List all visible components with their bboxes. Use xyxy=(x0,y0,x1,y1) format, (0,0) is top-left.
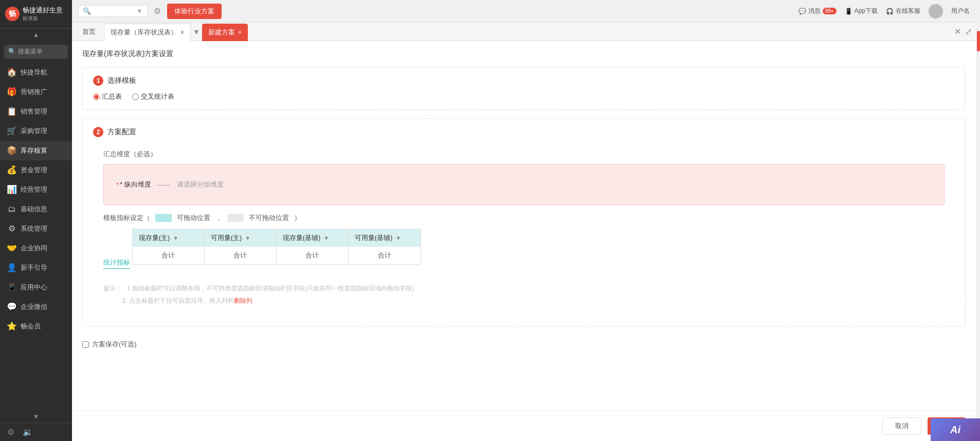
speaker-icon[interactable]: 🔉 xyxy=(23,427,33,437)
topbar-search-input[interactable] xyxy=(93,8,134,15)
sidebar-item-company[interactable]: 🤝 企业协同 xyxy=(0,238,72,258)
sidebar-item-guide[interactable]: 👤 新手引导 xyxy=(0,258,72,278)
radio-cross[interactable]: 交叉统计表 xyxy=(132,92,174,101)
sidebar-item-finance[interactable]: 💰 资金管理 xyxy=(0,160,72,180)
tab-close-icon[interactable]: × xyxy=(180,29,184,36)
handshake-icon: 🤝 xyxy=(7,244,16,253)
sidebar: 畅 畅捷通好生意 标准版 ▲ 🔍 搜索菜单 🏠 快捷导航 🎁 营销推广 📋 销售… xyxy=(0,0,72,441)
col-header-2: 现存量(基辅) ▼ xyxy=(277,229,349,247)
user-avatar[interactable] xyxy=(929,4,943,19)
right-scrollbar[interactable] xyxy=(976,0,980,441)
ai-badge[interactable]: Ai xyxy=(931,418,980,441)
step1-badge: 1 xyxy=(93,76,103,86)
sidebar-item-inventory[interactable]: 📦 库存核算 xyxy=(0,141,72,160)
expand-window-icon[interactable]: ⤢ xyxy=(965,27,972,36)
sales-icon: 📋 xyxy=(7,107,16,116)
online-service-btn[interactable]: 🎧 在线客服 xyxy=(886,7,920,15)
col-dropdown-3[interactable]: ▼ xyxy=(395,235,401,241)
dimension-area: * * 纵向维度 —— 请选择分组维度 xyxy=(103,164,945,205)
nav-label: 应用中心 xyxy=(21,283,47,292)
radio-summary[interactable]: 汇总表 xyxy=(93,92,122,101)
message-btn[interactable]: 💬 消息 99+ xyxy=(798,7,837,15)
tab-expand-icon[interactable]: ▼ xyxy=(193,28,200,36)
tab-inventory[interactable]: 现存量（库存状况表） × xyxy=(104,24,191,41)
message-icon: 💬 xyxy=(798,8,806,15)
stats-table: 现存量(主) ▼ 可用量(主) ▼ 现存量(基辅) ▼ xyxy=(132,229,421,265)
col-label-1: 可用量(主) xyxy=(211,233,242,243)
sidebar-item-wechat[interactable]: 💬 企业微信 xyxy=(0,297,72,317)
stats-section: 统计指标 现存量(主) ▼ 可用量(主) ▼ xyxy=(103,229,945,272)
indicator-end: ） xyxy=(294,213,301,223)
step1-title: 选择模板 xyxy=(107,76,136,85)
nav-label: 快捷导航 xyxy=(21,68,47,77)
scroll-up-btn[interactable]: ▲ xyxy=(0,29,72,41)
save-option: 方案保存(可选) xyxy=(82,335,966,354)
app-download-btn[interactable]: 📱 App下载 xyxy=(845,7,878,15)
search-icon: 🔍 xyxy=(8,48,16,55)
window-controls: ✕ ⤢ xyxy=(954,27,972,36)
sidebar-item-member[interactable]: ⭐ 畅会员 xyxy=(0,317,72,336)
page-title: 现存量(库存状况表)方案设置 xyxy=(82,49,966,59)
dimension-dash: —— xyxy=(157,181,171,189)
col-dropdown-1[interactable]: ▼ xyxy=(245,235,250,241)
col-dropdown-0[interactable]: ▼ xyxy=(173,235,178,241)
sidebar-item-basic[interactable]: 🗂 基础信息 xyxy=(0,199,72,219)
close-window-icon[interactable]: ✕ xyxy=(954,27,961,36)
sidebar-item-shortcut[interactable]: 🏠 快捷导航 xyxy=(0,63,72,82)
sidebar-search[interactable]: 🔍 搜索菜单 xyxy=(4,45,68,59)
tab-home[interactable]: 首页 xyxy=(76,23,102,41)
gift-icon: 🎁 xyxy=(7,87,16,97)
sidebar-item-marketing[interactable]: 🎁 营销推广 xyxy=(0,82,72,102)
settings-icon[interactable]: ⚙ xyxy=(7,427,14,437)
dimension-field-label: * 纵向维度 xyxy=(120,180,151,189)
topbar-search-box[interactable]: 🔍 ▼ xyxy=(78,5,148,17)
cancel-button[interactable]: 取消 xyxy=(882,417,921,435)
scrollbar-thumb xyxy=(977,31,980,51)
sidebar-logo: 畅 畅捷通好生意 标准版 xyxy=(0,0,72,29)
topbar-right: 💬 消息 99+ 📱 App下载 🎧 在线客服 用户名 xyxy=(798,4,970,19)
stats-cell-3: 合计 xyxy=(349,247,421,264)
radio-cross-label: 交叉统计表 xyxy=(141,92,174,101)
col-dropdown-2[interactable]: ▼ xyxy=(323,235,329,241)
bottom-bar: 取消 查询 xyxy=(72,411,976,441)
user-icon: 👤 xyxy=(7,263,16,272)
stats-table-body: 合计 合计 合计 合计 xyxy=(133,247,421,264)
stats-cell-0: 合计 xyxy=(133,247,205,264)
scroll-down-btn[interactable]: ▼ xyxy=(0,411,72,422)
nav-label: 销售管理 xyxy=(21,107,47,116)
nav-label: 新手引导 xyxy=(21,263,47,272)
cart-icon: 🛒 xyxy=(7,126,16,136)
sidebar-item-sales[interactable]: 📋 销售管理 xyxy=(0,102,72,121)
sidebar-item-system[interactable]: ⚙ 系统管理 xyxy=(0,219,72,238)
search-label: 搜索菜单 xyxy=(18,47,43,56)
app-name: 畅捷通好生意 xyxy=(23,6,63,15)
system-icon: ⚙ xyxy=(7,224,16,233)
stats-title: 统计指标 xyxy=(103,258,130,269)
nav-label: 企业微信 xyxy=(21,302,47,311)
col-label-2: 现存量(基辅) xyxy=(283,233,321,243)
main-area: 🔍 ▼ ⚙ 体验行业方案 💬 消息 99+ 📱 App下载 🎧 在线客服 用户名 xyxy=(72,0,976,441)
tips-section: 提示： 1.拖动标题栏可以调整布局，不可跨维度或指标区域拖动栏目字段(只能在同一… xyxy=(103,278,945,311)
tab-new[interactable]: 新建方案 × xyxy=(202,24,248,41)
nav-label: 采购管理 xyxy=(21,126,47,136)
sidebar-item-apps[interactable]: 📱 应用中心 xyxy=(0,278,72,297)
radio-cross-input[interactable] xyxy=(132,94,139,100)
chevron-down-icon: ▼ xyxy=(136,7,143,15)
dimension-required-label: 汇总维度（必选） xyxy=(103,150,945,159)
app-badge: 标准版 xyxy=(23,15,63,22)
tab-new-close-icon[interactable]: × xyxy=(238,29,242,36)
save-checkbox[interactable] xyxy=(82,341,89,348)
col-label-3: 可用量(基辅) xyxy=(355,233,393,243)
headset-icon: 🎧 xyxy=(886,8,894,15)
stats-cell-2: 合计 xyxy=(277,247,349,264)
radio-summary-input[interactable] xyxy=(93,94,100,100)
logo-icon: 畅 xyxy=(5,7,20,21)
trial-button[interactable]: 体验行业方案 xyxy=(167,4,222,19)
gear-icon[interactable]: ⚙ xyxy=(152,4,163,18)
tab-inventory-label: 现存量（库存状况表） xyxy=(111,28,177,37)
sidebar-item-management[interactable]: 📊 经营管理 xyxy=(0,180,72,199)
dimension-placeholder[interactable]: 请选择分组维度 xyxy=(177,180,224,189)
section-config: 2 方案配置 汇总维度（必选） * * 纵向维度 —— 请选择分组维度 模板指标… xyxy=(82,118,966,326)
nav-label: 企业协同 xyxy=(21,244,47,253)
sidebar-item-purchase[interactable]: 🛒 采购管理 xyxy=(0,121,72,141)
